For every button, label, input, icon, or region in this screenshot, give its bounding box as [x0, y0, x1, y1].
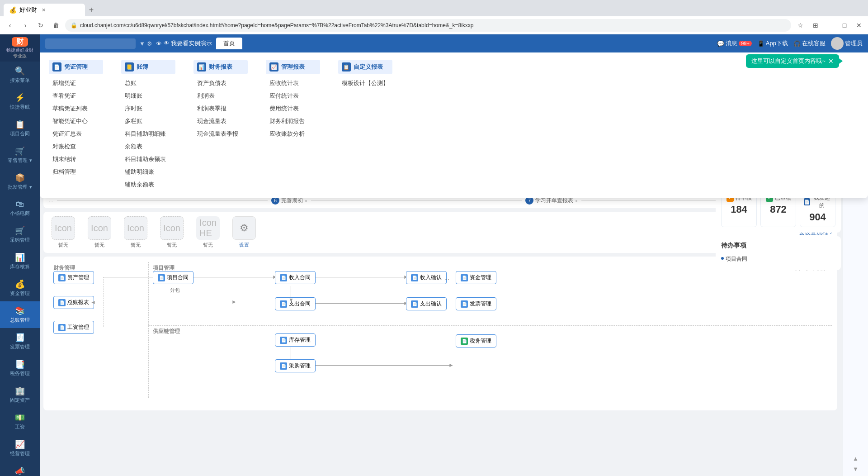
menu-item-period-end[interactable]: 期末结转	[49, 153, 103, 166]
menu-section-title-custom[interactable]: 📋 自定义报表	[338, 60, 392, 74]
sidebar-item-marketing[interactable]: 📣 小畅营销	[0, 462, 40, 476]
menu-item-income-statement[interactable]: 利润表	[193, 90, 248, 102]
menu-section-title-financial[interactable]: 📊 财务报表	[193, 60, 248, 74]
home-tab[interactable]: 首页	[216, 38, 242, 49]
project-icon: 📋	[15, 119, 25, 129]
sidebar-item-inventory[interactable]: 📊 库存核算	[0, 248, 40, 275]
flow-box-total-report[interactable]: 📄 总账报表	[53, 296, 94, 309]
page-area: 📄 凭证管理 新增凭证 查看凭证 草稿凭证列表 智能凭证中心 凭证汇总表 对账检…	[40, 52, 868, 476]
menu-item-receivable-analysis[interactable]: 应收账款分析	[266, 128, 320, 140]
menu-item-template-design[interactable]: 模板设计【公测】	[338, 77, 392, 90]
flow-box-asset[interactable]: 📄 资产管理	[53, 271, 94, 284]
menu-item-receivable-stat[interactable]: 应收统计表	[266, 77, 320, 90]
sidebar-item-project[interactable]: 📋 项目合同	[0, 115, 40, 142]
flow-box-inventory[interactable]: 📄 库存管理	[275, 333, 316, 347]
menu-item-income-quarterly[interactable]: 利润表季报	[193, 102, 248, 115]
menu-section-title-ledger[interactable]: 📒 账簿	[121, 60, 175, 74]
active-tab[interactable]: 💰 好业财 ✕	[4, 4, 85, 16]
message-btn[interactable]: 💬 消息 99+	[717, 39, 752, 48]
sidebar-item-wholesale[interactable]: 📦 批发管理 ▾	[0, 168, 40, 195]
menu-section-title-voucher[interactable]: 📄 凭证管理	[49, 60, 103, 74]
flow-box-expense-confirm[interactable]: 📄 支出确认	[406, 297, 447, 310]
flow-box-income-confirm[interactable]: 📄 收入确认	[406, 271, 447, 284]
menu-item-voucher-summary[interactable]: 凭证汇总表	[49, 128, 103, 140]
menu-item-cashflow-quarterly[interactable]: 现金流量表季报	[193, 128, 248, 140]
menu-item-aux-balance[interactable]: 辅助余额表	[121, 178, 175, 191]
icon-card-1[interactable]: Icon 暂无	[49, 216, 78, 248]
extension-btn[interactable]: ⊞	[809, 19, 822, 32]
back-btn[interactable]: ‹	[4, 19, 16, 32]
icon-card-3[interactable]: Icon 暂无	[121, 216, 150, 248]
project-contract-icon: 📄	[158, 274, 165, 281]
restore-btn[interactable]: □	[839, 20, 850, 31]
flow-box-tax[interactable]: 📄 税务管理	[456, 334, 496, 347]
menu-item-payable-stat[interactable]: 应付统计表	[266, 90, 320, 102]
sidebar-item-finance[interactable]: 💰 资金管理	[0, 275, 40, 301]
sidebar-item-search[interactable]: 🔍 搜索菜单	[0, 62, 40, 88]
sidebar-item-tax[interactable]: 📑 税务管理	[0, 355, 40, 381]
tab-close-btn[interactable]: ✕	[40, 6, 47, 14]
bookmark-btn[interactable]: ☆	[794, 19, 807, 32]
menu-item-sequential[interactable]: 序时账	[121, 102, 175, 115]
flow-box-project-contract[interactable]: 📄 项目合同	[153, 271, 193, 284]
app-download-btn[interactable]: 📱 App下载	[757, 39, 788, 48]
sidebar-item-shortcut[interactable]: ⚡ 快捷导航	[0, 88, 40, 115]
menu-item-draft-voucher[interactable]: 草稿凭证列表	[49, 102, 103, 115]
scroll-up-btn[interactable]: ▲	[853, 455, 859, 462]
flow-box-salary[interactable]: 📄 工资管理	[53, 321, 94, 334]
menu-item-balance[interactable]: 余额表	[121, 140, 175, 153]
menu-item-reconcile[interactable]: 对账检查	[49, 140, 103, 153]
reload-btn[interactable]: ↻	[34, 19, 47, 32]
icon-card-2[interactable]: Icon 暂无	[85, 216, 114, 248]
menu-item-cashflow[interactable]: 现金流量表	[193, 115, 248, 128]
icon-card-4[interactable]: Icon 暂无	[157, 216, 186, 248]
search-input[interactable]	[45, 38, 136, 49]
menu-item-subject-detail[interactable]: 科目辅助明细账	[121, 128, 175, 140]
sidebar-item-operation[interactable]: 📈 经营管理	[0, 435, 40, 462]
sidebar-item-retail[interactable]: 🛒 零售管理 ▾	[0, 142, 40, 168]
flow-box-invoice[interactable]: 📄 发票管理	[456, 297, 496, 310]
menu-item-subject-balance[interactable]: 科目辅助余额表	[121, 153, 175, 166]
flow-box-expense-contract[interactable]: 📄 支出合同	[275, 297, 316, 310]
menu-item-general-ledger[interactable]: 总账	[121, 77, 175, 90]
sidebar-item-salary[interactable]: 💵 工资	[0, 408, 40, 435]
settings-gear[interactable]: ⚙	[147, 40, 152, 47]
service-icon: 🎧	[793, 40, 801, 47]
online-service-btn[interactable]: 🎧 在线客服	[793, 39, 826, 48]
notify-close-btn[interactable]: ✕	[828, 57, 834, 65]
scroll-down-btn[interactable]: ▼	[853, 466, 859, 472]
address-bar[interactable]: 🔒 cloud.chanjet.com/cc/u6d89qwnryel/57bf…	[65, 19, 791, 32]
menu-item-detail-ledger[interactable]: 明细账	[121, 90, 175, 102]
menu-item-view-voucher[interactable]: 查看凭证	[49, 90, 103, 102]
purchase-flow-icon: 📄	[280, 362, 287, 370]
menu-section-title-management[interactable]: 📈 管理报表	[266, 60, 320, 74]
sidebar-item-invoice[interactable]: 🧾 发票管理	[0, 328, 40, 355]
menu-item-expense-stat[interactable]: 费用统计表	[266, 102, 320, 115]
menu-item-multi-column[interactable]: 多栏账	[121, 115, 175, 128]
icon-card-he[interactable]: IconHE 暂无	[193, 216, 222, 248]
forward-btn[interactable]: ›	[19, 19, 32, 32]
sidebar-item-fixed[interactable]: 🏢 固定资产	[0, 381, 40, 408]
menu-item-add-voucher[interactable]: 新增凭证	[49, 77, 103, 90]
menu-item-smart-voucher[interactable]: 智能凭证中心	[49, 115, 103, 128]
sidebar-label-invoice: 发票管理	[10, 343, 30, 350]
user-area[interactable]: 管理员	[831, 37, 863, 50]
sidebar-item-ecommerce[interactable]: 🛍 小畅电商	[0, 195, 40, 221]
menu-item-balance-sheet[interactable]: 资产负债表	[193, 77, 248, 90]
flow-box-income-contract[interactable]: 📄 收入合同	[275, 271, 316, 284]
todo-item-1[interactable]: 项目合同	[721, 253, 835, 265]
new-tab-btn[interactable]: +	[85, 4, 98, 16]
flow-box-purchase[interactable]: 📄 采购管理	[275, 359, 316, 372]
sidebar-item-purchase[interactable]: 🛒 采购管理	[0, 221, 40, 248]
stop-btn[interactable]: 🗑	[50, 19, 62, 32]
sidebar-item-accounting[interactable]: 📚 总账管理	[0, 301, 40, 328]
dropdown-arrow[interactable]: ▼	[139, 40, 145, 47]
menu-item-archive[interactable]: 归档管理	[49, 166, 103, 178]
minimize-btn[interactable]: —	[825, 20, 835, 31]
menu-item-profit-report[interactable]: 财务利润报告	[266, 115, 320, 128]
close-btn[interactable]: ✕	[854, 20, 864, 31]
demo-btn[interactable]: 👁 👁 我要看实例演示	[156, 39, 212, 48]
menu-item-aux-detail[interactable]: 辅助明细账	[121, 166, 175, 178]
flow-box-capital[interactable]: 📄 资金管理	[456, 271, 496, 284]
icon-card-settings[interactable]: ⚙ 设置	[230, 216, 259, 248]
